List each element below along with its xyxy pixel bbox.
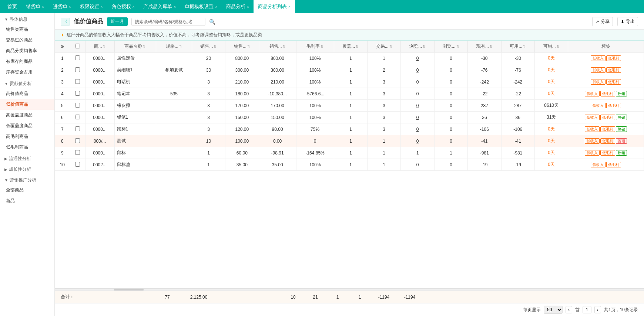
th-browse1[interactable]: 浏览...⇅ xyxy=(401,41,434,52)
nav-home[interactable]: 首页 xyxy=(3,0,21,13)
row-sale-days: 0天 xyxy=(534,147,568,159)
collapse-sidebar-button[interactable]: 《 xyxy=(61,18,70,26)
th-sales-amount2[interactable]: 销售...⇅ xyxy=(259,41,296,52)
row-checkbox[interactable] xyxy=(70,112,85,123)
search-input[interactable] xyxy=(131,18,205,26)
th-coverage[interactable]: 覆盖...⇅ xyxy=(334,41,367,52)
row-select-checkbox[interactable] xyxy=(75,67,80,72)
close-icon[interactable]: × xyxy=(133,5,135,9)
row-browse1[interactable]: 1 xyxy=(401,147,434,159)
row-browse1[interactable]: 0 xyxy=(401,100,434,112)
row-browse1[interactable]: 0 xyxy=(401,123,434,135)
row-select-checkbox[interactable] xyxy=(75,79,80,84)
sidebar-item-stocked-goods[interactable]: 有库存的商品 xyxy=(0,56,54,67)
row-checkbox[interactable] xyxy=(70,100,85,112)
row-select-checkbox[interactable] xyxy=(75,126,80,131)
sidebar-item-low-coverage[interactable]: 低覆盖度商品 xyxy=(0,120,54,131)
close-icon[interactable]: × xyxy=(288,5,291,9)
th-checkbox[interactable] xyxy=(70,41,85,52)
row-browse1[interactable]: 0 xyxy=(401,52,434,64)
th-tags: 标签 xyxy=(568,41,644,52)
nav-template[interactable]: 单据模板设置 × xyxy=(180,0,222,13)
page-size-select[interactable]: 50 100 200 xyxy=(544,306,563,314)
th-sales-qty[interactable]: 销售...⇅ xyxy=(192,41,225,52)
nav-sales[interactable]: 销货单 × xyxy=(21,0,48,13)
row-checkbox[interactable] xyxy=(70,159,85,171)
sidebar-item-stock-fund[interactable]: 库存资金占用 xyxy=(0,67,54,78)
row-checkbox[interactable] xyxy=(70,52,85,64)
row-browse1[interactable]: 0 xyxy=(401,135,434,147)
nav-production[interactable]: 产成品入库单 × xyxy=(139,0,180,13)
close-icon[interactable]: × xyxy=(42,5,44,9)
th-settings[interactable]: ⚙ xyxy=(55,41,70,52)
sidebar-item-high-margin[interactable]: 高毛利商品 xyxy=(0,131,54,142)
sidebar-item-high-value[interactable]: 高价值商品 xyxy=(0,88,54,99)
sidebar-item-low-margin[interactable]: 低毛利商品 xyxy=(0,142,54,153)
row-select-checkbox[interactable] xyxy=(75,115,80,119)
row-sale2: 0.00 xyxy=(259,135,296,147)
share-button[interactable]: ↗ 分享 xyxy=(592,17,613,26)
th-gross-rate[interactable]: 毛利率⇅ xyxy=(296,41,334,52)
th-name[interactable]: 商品名称⇅ xyxy=(114,41,156,52)
close-icon[interactable]: × xyxy=(215,5,217,9)
row-name: 笔记本 xyxy=(114,88,156,100)
row-checkbox[interactable] xyxy=(70,135,85,147)
close-icon[interactable]: × xyxy=(247,5,249,9)
sidebar-item-high-coverage[interactable]: 高覆盖度商品 xyxy=(0,110,54,120)
export-button[interactable]: ⬇ 导出 xyxy=(617,17,638,26)
row-browse1[interactable]: 0 xyxy=(401,64,434,76)
sidebar-group-marketing[interactable]: ▼ 营销推广分析 xyxy=(0,174,54,185)
nav-purchase[interactable]: 进货单 × xyxy=(48,0,76,13)
sidebar-item-low-value[interactable]: 低价值商品 xyxy=(0,99,54,110)
row-browse1[interactable]: 0 xyxy=(401,112,434,123)
first-page-button[interactable]: ‹ xyxy=(566,306,572,313)
close-icon[interactable]: × xyxy=(101,5,103,9)
th-spec[interactable]: 规格...⇅ xyxy=(156,41,192,52)
chevron-down-icon: ▼ xyxy=(4,82,8,86)
row-select-checkbox[interactable] xyxy=(75,91,80,96)
nav-permission[interactable]: 权限设置 × xyxy=(76,0,107,13)
row-select-checkbox[interactable] xyxy=(75,103,80,108)
row-select-checkbox[interactable] xyxy=(75,55,80,60)
sidebar-item-new-goods[interactable]: 新品 xyxy=(0,196,54,206)
row-browse1[interactable]: 0 xyxy=(401,88,434,100)
th-sales-amount1[interactable]: 销售...⇅ xyxy=(225,41,259,52)
filter-period-button[interactable]: 近一月 xyxy=(107,17,128,26)
nav-product-analysis-list[interactable]: 商品分析列表 × xyxy=(254,0,295,13)
row-select-checkbox[interactable] xyxy=(75,138,80,143)
row-browse1[interactable]: 0 xyxy=(401,76,434,88)
sidebar-group-circulation[interactable]: ▶ 流通性分析 xyxy=(0,153,54,163)
row-checkbox[interactable] xyxy=(70,123,85,135)
close-icon[interactable]: × xyxy=(69,5,71,9)
sidebar-item-traded-goods[interactable]: 交易过的商品 xyxy=(0,35,54,45)
row-select-checkbox[interactable] xyxy=(75,162,80,167)
th-available[interactable]: 可用...⇅ xyxy=(501,41,534,52)
row-browse1[interactable]: 0 xyxy=(401,159,434,171)
sidebar-group-growth[interactable]: ▶ 成长性分析 xyxy=(0,163,54,174)
th-transactions[interactable]: 交易...⇅ xyxy=(368,41,401,52)
sidebar-item-sales-goods[interactable]: 销售类商品 xyxy=(0,24,54,35)
th-browse2[interactable]: 浏览...⇅ xyxy=(434,41,467,52)
nav-product-analysis[interactable]: 商品分析 × xyxy=(222,0,254,13)
nav-role[interactable]: 角色授权 × xyxy=(107,0,139,13)
sidebar-item-all-goods[interactable]: 全部商品 xyxy=(0,185,54,196)
row-select-checkbox[interactable] xyxy=(75,150,80,155)
row-tags: 低收入低毛利热销 xyxy=(568,147,644,159)
sidebar-item-category-rate[interactable]: 商品分类销售率 xyxy=(0,45,54,56)
close-icon[interactable]: × xyxy=(174,5,176,9)
th-sale-days[interactable]: 可销...⇅ xyxy=(534,41,568,52)
current-page[interactable]: 1 xyxy=(583,306,591,313)
total-info: 共1页，10条记录 xyxy=(604,307,638,313)
next-page-button[interactable]: › xyxy=(594,306,601,313)
search-icon[interactable]: 🔍 xyxy=(209,19,215,25)
row-checkbox[interactable] xyxy=(70,64,85,76)
th-stock[interactable]: 现有...⇅ xyxy=(468,41,501,52)
row-name: 电话机 xyxy=(114,76,156,88)
select-all-checkbox[interactable] xyxy=(75,44,80,48)
sidebar-group-contribution[interactable]: ▼ 贡献值分析 xyxy=(0,78,54,88)
sidebar-group-overview[interactable]: ▼ 整体信息 xyxy=(0,13,54,24)
row-checkbox[interactable] xyxy=(70,88,85,100)
th-code[interactable]: 商...⇅ xyxy=(85,41,114,52)
row-checkbox[interactable] xyxy=(70,76,85,88)
row-checkbox[interactable] xyxy=(70,147,85,159)
